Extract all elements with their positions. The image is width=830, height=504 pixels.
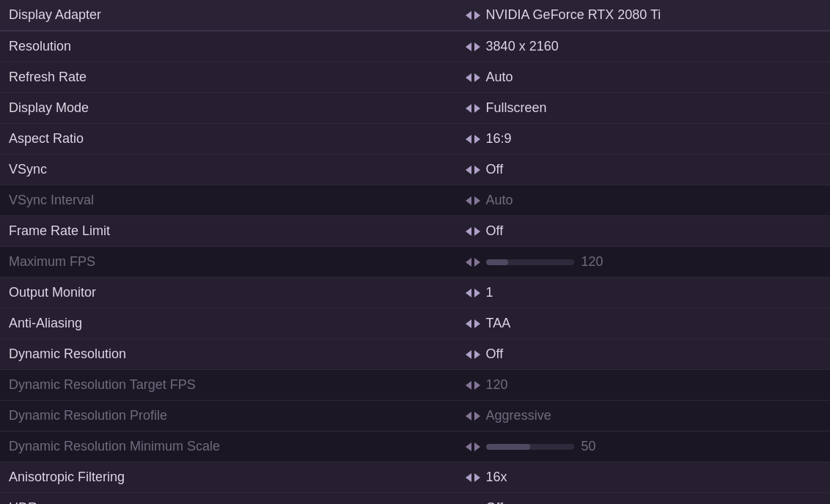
- setting-label-15: Anisotropic Filtering: [0, 462, 457, 493]
- setting-value-0[interactable]: NVIDIA GeForce RTX 2080 Ti: [457, 0, 830, 31]
- arrow-left-icon[interactable]: [466, 227, 471, 236]
- setting-value-8[interactable]: 120: [457, 247, 830, 278]
- arrow-left-icon[interactable]: [466, 289, 471, 297]
- value-text-11: Off: [486, 346, 504, 362]
- settings-table: Display AdapterNVIDIA GeForce RTX 2080 T…: [0, 0, 830, 504]
- arrow-right-icon[interactable]: [474, 42, 480, 51]
- setting-label-11: Dynamic Resolution: [0, 339, 457, 370]
- value-text-3: Fullscreen: [486, 100, 547, 116]
- value-text-4: 16:9: [486, 131, 512, 147]
- arrow-right-icon[interactable]: [474, 412, 480, 420]
- arrow-control-1[interactable]: [466, 42, 480, 51]
- arrow-control-9[interactable]: [466, 289, 480, 297]
- setting-value-16[interactable]: Off: [457, 493, 830, 505]
- arrow-control-13[interactable]: [466, 412, 480, 420]
- setting-label-14: Dynamic Resolution Minimum Scale: [0, 431, 457, 462]
- arrow-right-icon[interactable]: [474, 73, 480, 82]
- slider-value-8: 120: [581, 254, 611, 270]
- arrow-left-icon[interactable]: [466, 381, 471, 390]
- arrow-right-icon[interactable]: [474, 196, 480, 205]
- arrow-left-icon[interactable]: [466, 442, 471, 451]
- arrow-right-icon[interactable]: [474, 166, 480, 174]
- value-text-0: NVIDIA GeForce RTX 2080 Ti: [486, 7, 661, 23]
- setting-value-4[interactable]: 16:9: [457, 124, 830, 155]
- arrow-left-icon[interactable]: [466, 42, 471, 51]
- arrow-left-icon[interactable]: [466, 473, 471, 482]
- setting-label-7: Frame Rate Limit: [0, 216, 457, 247]
- setting-label-8: Maximum FPS: [0, 247, 457, 278]
- value-text-6: Auto: [486, 193, 513, 208]
- arrow-right-icon[interactable]: [474, 381, 480, 390]
- arrow-right-icon[interactable]: [474, 11, 480, 20]
- arrow-control-0[interactable]: [466, 11, 480, 20]
- arrow-left-icon[interactable]: [466, 196, 471, 205]
- arrow-control-15[interactable]: [466, 473, 480, 482]
- arrow-left-icon[interactable]: [466, 73, 471, 82]
- arrow-control-11[interactable]: [466, 350, 480, 359]
- slider-track-8[interactable]: [486, 259, 574, 265]
- setting-value-1[interactable]: 3840 x 2160: [457, 31, 830, 62]
- arrow-right-icon[interactable]: [474, 135, 480, 144]
- arrow-left-icon[interactable]: [466, 166, 471, 174]
- arrow-control-6[interactable]: [466, 196, 480, 205]
- setting-value-5[interactable]: Off: [457, 155, 830, 185]
- value-text-13: Aggressive: [486, 408, 551, 423]
- setting-label-3: Display Mode: [0, 93, 457, 124]
- arrow-left-icon[interactable]: [466, 258, 471, 267]
- setting-label-10: Anti-Aliasing: [0, 308, 457, 339]
- arrow-control-8[interactable]: [466, 258, 480, 267]
- value-text-9: 1: [486, 285, 493, 300]
- arrow-right-icon[interactable]: [474, 442, 480, 451]
- arrow-right-icon[interactable]: [474, 258, 480, 267]
- slider-container-14[interactable]: 50: [486, 439, 611, 454]
- arrow-left-icon[interactable]: [466, 104, 471, 113]
- setting-value-9[interactable]: 1: [457, 278, 830, 308]
- setting-label-12: Dynamic Resolution Target FPS: [0, 370, 457, 401]
- setting-value-3[interactable]: Fullscreen: [457, 93, 830, 124]
- setting-label-5: VSync: [0, 155, 457, 185]
- arrow-control-12[interactable]: [466, 381, 480, 390]
- arrow-right-icon[interactable]: [474, 319, 480, 328]
- setting-value-12[interactable]: 120: [457, 370, 830, 401]
- arrow-control-5[interactable]: [466, 166, 480, 174]
- value-text-7: Off: [486, 223, 504, 239]
- value-text-5: Off: [486, 162, 504, 177]
- arrow-control-10[interactable]: [466, 319, 480, 328]
- arrow-left-icon[interactable]: [466, 135, 471, 144]
- setting-label-13: Dynamic Resolution Profile: [0, 401, 457, 431]
- setting-label-1: Resolution: [0, 31, 457, 62]
- arrow-control-4[interactable]: [466, 135, 480, 144]
- setting-value-11[interactable]: Off: [457, 339, 830, 370]
- setting-value-14[interactable]: 50: [457, 431, 830, 462]
- slider-track-14[interactable]: [486, 444, 574, 450]
- setting-value-10[interactable]: TAA: [457, 308, 830, 339]
- arrow-control-2[interactable]: [466, 73, 480, 82]
- arrow-left-icon[interactable]: [466, 319, 471, 328]
- value-text-10: TAA: [486, 316, 511, 331]
- arrow-control-3[interactable]: [466, 104, 480, 113]
- setting-label-0: Display Adapter: [0, 0, 457, 31]
- setting-value-13[interactable]: Aggressive: [457, 401, 830, 431]
- setting-value-7[interactable]: Off: [457, 216, 830, 247]
- arrow-control-14[interactable]: [466, 442, 480, 451]
- setting-label-6: VSync Interval: [0, 185, 457, 216]
- arrow-right-icon[interactable]: [474, 473, 480, 482]
- arrow-left-icon[interactable]: [466, 412, 471, 420]
- arrow-right-icon[interactable]: [474, 289, 480, 297]
- setting-value-6[interactable]: Auto: [457, 185, 830, 216]
- arrow-right-icon[interactable]: [474, 104, 480, 113]
- setting-value-2[interactable]: Auto: [457, 62, 830, 93]
- slider-fill-14: [486, 444, 530, 450]
- value-text-16: Off: [486, 500, 504, 504]
- arrow-right-icon[interactable]: [474, 350, 480, 359]
- arrow-left-icon[interactable]: [466, 350, 471, 359]
- slider-value-14: 50: [581, 439, 611, 454]
- arrow-control-7[interactable]: [466, 227, 480, 236]
- slider-container-8[interactable]: 120: [486, 254, 611, 270]
- arrow-right-icon[interactable]: [474, 227, 480, 236]
- setting-value-15[interactable]: 16x: [457, 462, 830, 493]
- setting-label-16: HDR: [0, 493, 457, 505]
- setting-label-2: Refresh Rate: [0, 62, 457, 93]
- arrow-left-icon[interactable]: [466, 11, 471, 20]
- setting-label-9: Output Monitor: [0, 278, 457, 308]
